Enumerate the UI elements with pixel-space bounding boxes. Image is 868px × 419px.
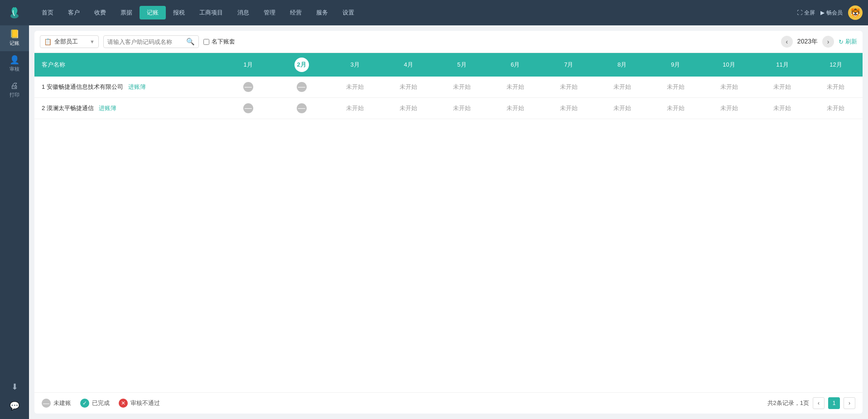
dropdown-arrow-icon: ▼ xyxy=(90,39,95,44)
main-area: 首页 客户 收费 票据 记账 报税 工商项目 消息 管理 经营 服务 设置 ⛶ … xyxy=(29,0,868,419)
row-index: 2 xyxy=(42,105,45,111)
sidebar-item-review[interactable]: 👤 审核 xyxy=(0,51,29,77)
enter-link[interactable]: 进账簿 xyxy=(99,105,116,111)
status-not-started: 未开始 xyxy=(453,105,471,111)
table-body: 1 安徽畅捷通信息技术有限公司 进账簿——未开始未开始未开始未开始未开始未开始未… xyxy=(34,77,863,119)
cell-m3: 未开始 xyxy=(328,98,382,119)
cell-m9: 未开始 xyxy=(649,98,702,119)
sidebar-item-bookkeeping[interactable]: 📒 记账 xyxy=(0,25,29,51)
status-not-started: 未开始 xyxy=(560,105,578,111)
search-button[interactable]: 🔍 xyxy=(186,38,195,46)
sidebar-item-message[interactable]: 💬 xyxy=(0,397,29,414)
col-header-m6: 6月 xyxy=(488,53,542,77)
nav-manage[interactable]: 管理 xyxy=(256,6,283,19)
status-not-started: 未开始 xyxy=(827,105,844,111)
account-checkbox[interactable] xyxy=(203,39,209,45)
refresh-label: 刷新 xyxy=(845,38,857,46)
topnav-right: ⛶ 全屏 ▶ 畅会员 🐯 xyxy=(797,5,863,20)
status-not-started: 未开始 xyxy=(667,105,685,111)
status-not-started: 未开始 xyxy=(453,83,471,90)
nav-bookkeeping[interactable]: 记账 xyxy=(140,6,166,19)
nav-tax[interactable]: 报税 xyxy=(166,6,192,19)
nav-settings[interactable]: 设置 xyxy=(335,6,362,19)
cell-m12: 未开始 xyxy=(809,77,863,98)
status-not-started: 未开始 xyxy=(773,83,791,90)
bookkeeping-icon: 📒 xyxy=(10,30,19,38)
cell-m6: 未开始 xyxy=(488,77,542,98)
cell-m8: 未开始 xyxy=(595,98,649,119)
cell-name: 1 安徽畅捷通信息技术有限公司 进账簿 xyxy=(34,77,222,98)
vip-icon: ▶ xyxy=(820,10,825,16)
nav-customer[interactable]: 客户 xyxy=(61,6,87,19)
cell-m11: 未开始 xyxy=(756,77,809,98)
pagination: 共2条记录，1页 ‹ 1 › xyxy=(767,397,855,409)
legend-complete: ✓ 已完成 xyxy=(80,399,110,408)
nav-operation[interactable]: 经营 xyxy=(283,6,309,19)
vip-button[interactable]: ▶ 畅会员 xyxy=(820,9,843,17)
fullscreen-label: 全屏 xyxy=(804,9,815,17)
col-header-m3: 3月 xyxy=(328,53,382,77)
sidebar-item-print[interactable]: 🖨 打印 xyxy=(0,77,29,103)
nav-message[interactable]: 消息 xyxy=(230,6,256,19)
cell-m9: 未开始 xyxy=(649,77,702,98)
enter-link[interactable]: 进账簿 xyxy=(128,83,146,90)
nav-home[interactable]: 首页 xyxy=(34,6,61,19)
col-header-m4: 4月 xyxy=(382,53,435,77)
next-page-button[interactable]: › xyxy=(844,397,855,409)
print-icon: 🖨 xyxy=(10,82,19,90)
cell-m3: 未开始 xyxy=(328,77,382,98)
sidebar-bottom: ⬇ 💬 xyxy=(0,378,29,419)
feb-active-circle: 2月 xyxy=(294,58,309,72)
cell-m6: 未开始 xyxy=(488,98,542,119)
search-input[interactable] xyxy=(107,39,183,45)
current-page-button[interactable]: 1 xyxy=(828,397,840,409)
table-row: 2 漠澜太平畅捷通信 进账簿——未开始未开始未开始未开始未开始未开始未开始未开始… xyxy=(34,98,863,119)
avatar[interactable]: 🐯 xyxy=(848,5,863,20)
nav-service[interactable]: 服务 xyxy=(309,6,335,19)
year-nav: ‹ 2023年 › xyxy=(781,36,834,48)
nav-invoice[interactable]: 票据 xyxy=(113,6,140,19)
cell-m2: — xyxy=(275,98,328,119)
year-prev-button[interactable]: ‹ xyxy=(781,36,793,48)
main-card: 📋 全部员工 ▼ 🔍 名下账套 ‹ 2023年 › xyxy=(34,31,863,414)
account-checkbox-label[interactable]: 名下账套 xyxy=(203,38,235,46)
vip-label: 畅会员 xyxy=(826,9,843,17)
refresh-icon: ↻ xyxy=(839,39,844,45)
record-info: 共2条记录，1页 xyxy=(767,399,809,407)
top-nav: 首页 客户 收费 票据 记账 报税 工商项目 消息 管理 经营 服务 设置 ⛶ … xyxy=(29,0,868,25)
cell-m2: — xyxy=(275,77,328,98)
year-next-button[interactable]: › xyxy=(822,36,834,48)
legend-red-icon: ✕ xyxy=(119,399,128,408)
sidebar-item-download[interactable]: ⬇ xyxy=(0,378,29,395)
avatar-emoji: 🐯 xyxy=(850,8,860,18)
col-header-m5: 5月 xyxy=(435,53,488,77)
logo xyxy=(0,0,29,25)
cell-m7: 未开始 xyxy=(542,77,595,98)
cell-m10: 未开始 xyxy=(702,77,756,98)
nav-billing[interactable]: 收费 xyxy=(87,6,113,19)
fullscreen-button[interactable]: ⛶ 全屏 xyxy=(797,9,815,17)
account-checkbox-text: 名下账套 xyxy=(212,38,235,46)
table-row: 1 安徽畅捷通信息技术有限公司 进账簿——未开始未开始未开始未开始未开始未开始未… xyxy=(34,77,863,98)
review-icon: 👤 xyxy=(10,56,19,64)
prev-page-button[interactable]: ‹ xyxy=(813,397,825,409)
col-header-m1: 1月 xyxy=(222,53,275,77)
cell-name: 2 漠澜太平畅捷通信 进账簿 xyxy=(34,98,222,119)
status-dot-unbuilt: — xyxy=(297,82,307,92)
sidebar-item-print-label: 打印 xyxy=(10,92,19,98)
table-wrap: 客户名称 1月 2月 3月 4月 5月 6月 7月 8月 9月 xyxy=(34,53,863,392)
legend-rejected: ✕ 审核不通过 xyxy=(119,399,160,408)
col-header-name: 客户名称 xyxy=(34,53,222,77)
col-header-m8: 8月 xyxy=(595,53,649,77)
sidebar: 📒 记账 👤 审核 🖨 打印 ⬇ 💬 xyxy=(0,0,29,419)
search-input-wrap: 🔍 xyxy=(103,35,199,48)
nav-business[interactable]: 工商项目 xyxy=(192,6,230,19)
legend-unbuilt-label: 未建账 xyxy=(53,399,71,407)
status-not-started: 未开始 xyxy=(720,105,738,111)
refresh-button[interactable]: ↻ 刷新 xyxy=(839,38,857,46)
employee-select-icon: 📋 xyxy=(44,38,52,45)
cell-m4: 未开始 xyxy=(382,98,435,119)
employee-select[interactable]: 📋 全部员工 ▼ xyxy=(40,35,99,48)
cell-m4: 未开始 xyxy=(382,77,435,98)
status-not-started: 未开始 xyxy=(506,105,524,111)
